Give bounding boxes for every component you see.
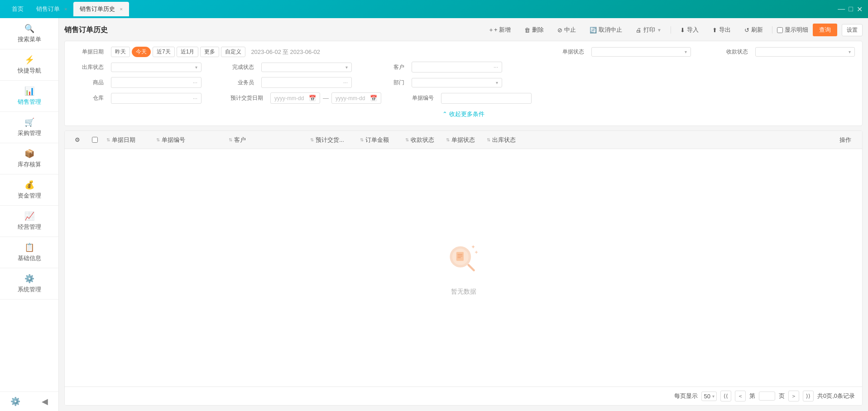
sidebar-label-base-info: 基础信息 [18, 254, 41, 262]
sidebar-item-inventory-check[interactable]: 📦 库存核算 [0, 143, 58, 174]
sidebar-item-purchase-mgmt[interactable]: 🛒 采购管理 [0, 112, 58, 143]
th-customer[interactable]: ⇅ 客户 [225, 136, 307, 144]
th-action: 操作 [524, 136, 858, 144]
delivery-status-select[interactable]: ▾ [111, 63, 201, 72]
date-btn-1month[interactable]: 近1月 [177, 47, 199, 57]
settings-bottom-icon[interactable]: ⚙️ [10, 396, 20, 406]
stop-icon: ⊘ [557, 27, 562, 34]
pay-status-select[interactable]: ▾ [755, 47, 855, 57]
date-btn-7days[interactable]: 近7天 [153, 47, 175, 57]
tab-sales-order[interactable]: 销售订单 × [30, 2, 73, 16]
quick-nav-icon: ⚡ [24, 55, 34, 65]
last-page-btn[interactable]: ⟩⟩ [803, 391, 814, 401]
product-select[interactable]: ··· [111, 77, 201, 88]
sort-icon-order-no: ⇅ [156, 137, 160, 142]
sidebar-label-purchase-mgmt: 采购管理 [18, 129, 41, 137]
next-page-btn[interactable]: ＞ [788, 391, 799, 401]
purchase-icon: 🛒 [24, 117, 34, 127]
completion-status-label: 完成状态 [222, 63, 254, 71]
warehouse-more-icon: ··· [193, 95, 197, 102]
import-button[interactable]: ⬇ 导入 [676, 24, 703, 36]
stop-button[interactable]: ⊘ 中止 [553, 24, 580, 36]
operations-icon: 📈 [24, 211, 34, 221]
department-select[interactable]: ▾ [412, 78, 502, 87]
sidebar-label-quick-nav: 快捷导航 [18, 67, 41, 75]
empty-illustration: ✦ ✦ [443, 240, 484, 280]
date-btn-more[interactable]: 更多 [200, 47, 219, 57]
sidebar-item-sales-mgmt[interactable]: 📊 销售管理 [0, 81, 58, 112]
prev-page-btn[interactable]: ＜ [735, 391, 746, 401]
calendar-end-icon: 📅 [370, 95, 377, 102]
th-bill-status[interactable]: ⇅ 单据状态 [442, 136, 483, 144]
date-btn-today[interactable]: 今天 [132, 47, 151, 57]
page-size-select[interactable]: 50 ▾ [701, 392, 716, 401]
export-button[interactable]: ⬆ 导出 [708, 24, 735, 36]
th-delivery-status[interactable]: ⇅ 出库状态 [483, 136, 524, 144]
sidebar-item-quick-nav[interactable]: ⚡ 快捷导航 [0, 49, 58, 81]
filter-row-1: 单据日期 昨天 今天 近7天 近1月 更多 自定义 2023-06-02 至 2… [72, 47, 855, 57]
refresh-button[interactable]: ↺ 刷新 [740, 24, 767, 36]
collapse-sidebar-icon[interactable]: ◀ [42, 396, 48, 406]
empty-text: 暂无数据 [451, 288, 476, 296]
th-order-no[interactable]: ⇅ 单据编号 [153, 136, 225, 144]
print-button[interactable]: 🖨 打印 ▼ [631, 24, 666, 36]
sidebar-label-finance-mgmt: 资金管理 [18, 192, 41, 200]
tab-sales-order-history[interactable]: 销售订单历史 × [73, 2, 129, 16]
th-payment-status[interactable]: ⇅ 收款状态 [402, 136, 442, 144]
delete-button[interactable]: 🗑 🗑 删除 删除 [520, 24, 548, 36]
tab-home[interactable]: 首页 [5, 2, 30, 16]
page-number-input[interactable]: 1 [759, 392, 775, 401]
warehouse-select[interactable]: ··· [111, 93, 201, 104]
close-sales-order-tab[interactable]: × [64, 6, 67, 12]
cancel-stop-button[interactable]: 🔄 取消中止 [585, 24, 627, 36]
settings-button[interactable]: 设置 [842, 24, 863, 36]
sidebar-item-system-mgmt[interactable]: ⚙️ 系统管理 [0, 268, 58, 300]
close-icon[interactable]: ✕ [857, 5, 863, 14]
filter-row-2: 出库状态 ▾ 完成状态 ▾ 客户 ··· [72, 62, 855, 73]
expected-delivery-label: 预计交货日期 [222, 94, 263, 102]
th-expected-delivery[interactable]: ⇅ 预计交货... [307, 136, 356, 144]
first-page-btn[interactable]: ⟨⟨ [720, 391, 731, 401]
date-btn-yesterday[interactable]: 昨天 [111, 47, 130, 57]
doc-status-chevron: ▾ [685, 49, 687, 54]
completion-status-select[interactable]: ▾ [261, 63, 352, 72]
doc-date-label: 单据日期 [72, 48, 104, 56]
order-no-label: 单据编号 [402, 94, 434, 102]
customer-label: 客户 [373, 63, 404, 71]
sidebar-label-sales-mgmt: 销售管理 [18, 98, 41, 106]
salesperson-select[interactable]: ··· [261, 77, 352, 88]
th-settings[interactable]: ⚙ [68, 136, 86, 143]
print-dropdown-icon: ▼ [657, 28, 662, 33]
toolbar-divider-1 [671, 26, 671, 34]
select-all-checkbox[interactable] [92, 137, 98, 143]
th-order-amount[interactable]: ⇅ 订单金额 [356, 136, 402, 144]
maximize-icon[interactable]: □ [849, 5, 853, 13]
collapse-filter-bar[interactable]: ⌃ 收起更多条件 [72, 108, 855, 120]
customer-select[interactable]: ··· [412, 62, 502, 73]
sidebar-item-finance-mgmt[interactable]: 💰 资金管理 [0, 174, 58, 206]
query-button[interactable]: 查询 [813, 24, 837, 36]
sidebar-item-search-menu[interactable]: 🔍 搜索菜单 [0, 18, 58, 49]
filter-row-4: 仓库 ··· 预计交货日期 yyyy-mm-dd 📅 — yyyy-mm-dd … [72, 92, 855, 104]
display-toggle[interactable]: 显示明细 [777, 26, 808, 34]
th-doc-date[interactable]: ⇅ 单据日期 [103, 136, 153, 144]
close-sales-order-history-tab[interactable]: × [120, 6, 122, 12]
th-checkbox[interactable] [86, 137, 103, 143]
order-no-input[interactable] [441, 93, 532, 104]
new-button[interactable]: ＋ + 新增 [484, 24, 515, 36]
date-btn-custom[interactable]: 自定义 [221, 47, 245, 57]
sidebar-item-base-info[interactable]: 📋 基础信息 [0, 237, 58, 268]
doc-status-select[interactable]: ▾ [591, 47, 691, 57]
pay-status-chevron: ▾ [849, 49, 851, 54]
svg-line-6 [468, 265, 474, 271]
toolbar: ＋ + 新增 🗑 🗑 删除 删除 ⊘ 中止 🔄 取消中止 🖨 [484, 24, 863, 36]
display-detail-checkbox[interactable] [777, 27, 783, 33]
data-table: ⚙ ⇅ 单据日期 ⇅ 单据编号 ⇅ 客户 ⇅ [64, 131, 863, 406]
minimize-icon[interactable]: — [838, 5, 845, 13]
expected-delivery-end[interactable]: yyyy-mm-dd 📅 [331, 92, 381, 104]
add-icon: ＋ [488, 26, 494, 34]
sidebar-item-operations-mgmt[interactable]: 📈 经营管理 [0, 206, 58, 237]
page-header: 销售订单历史 ＋ + 新增 🗑 🗑 删除 删除 ⊘ 中止 🔄 取消中止 [64, 24, 863, 36]
table-footer: 每页显示 50 ▾ ⟨⟨ ＜ 第 1 页 ＞ ⟩⟩ 共0页,0条记录 [65, 387, 862, 405]
expected-delivery-start[interactable]: yyyy-mm-dd 📅 [270, 92, 320, 104]
